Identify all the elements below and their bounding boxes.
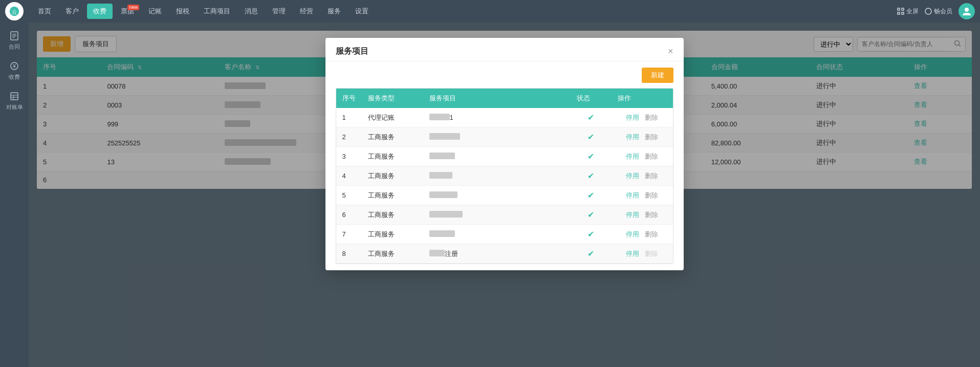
top-nav-right: 全屏 畅会员 [897, 3, 975, 19]
modal-table-row: 1 代理记账 1 ✔ 停用 [336, 108, 673, 127]
stop-button[interactable]: 停用 [626, 211, 639, 219]
stop-button[interactable]: 停用 [626, 191, 639, 199]
modal-col-action: 操作 [612, 89, 673, 108]
nav-message[interactable]: 消息 [238, 4, 264, 19]
nav-settings[interactable]: 设置 [349, 4, 375, 19]
modal-table-row: 4 工商服务 ✔ 停用 [336, 166, 673, 186]
modal-row-action: 停用 删除 [612, 127, 673, 147]
modal-row-type: 工商服务 [362, 147, 423, 166]
modal-title: 服务项目 [336, 46, 368, 57]
modal-row-seq: 8 [336, 244, 362, 264]
nav-tax[interactable]: 报税 [170, 4, 195, 19]
new-badge: new [127, 5, 139, 10]
delete-button[interactable]: 删除 [645, 172, 658, 180]
modal-backdrop[interactable]: 服务项目 × 新建 序号 服务类型 [29, 23, 980, 367]
modal-table-row: 8 工商服务 注册 ✔ 停用 [336, 244, 673, 264]
modal-row-action: 停用 删除 [612, 225, 673, 244]
modal-table-row: 6 工商服务 ✔ 停用 [336, 205, 673, 225]
modal-toolbar: 新建 [336, 68, 673, 83]
stop-button[interactable]: 停用 [626, 133, 639, 141]
member-button[interactable]: 畅会员 [925, 7, 952, 16]
stop-button[interactable]: 停用 [626, 114, 639, 121]
modal-header: 服务项目 × [325, 38, 684, 61]
nav-customer[interactable]: 客户 [59, 4, 85, 19]
modal-row-type: 工商服务 [362, 205, 423, 225]
sidebar: 合同 ¥ 收费 对账单 [0, 23, 29, 367]
stop-button[interactable]: 停用 [626, 250, 639, 257]
modal-row-status: ✔ [571, 244, 612, 264]
avatar[interactable] [959, 3, 975, 19]
sidebar-item-fee[interactable]: ¥ 收费 [1, 57, 28, 85]
modal-row-status: ✔ [571, 205, 612, 225]
nav-service[interactable]: 服务 [321, 4, 347, 19]
modal-row-seq: 5 [336, 186, 362, 205]
sidebar-item-contract-label: 合同 [9, 43, 20, 51]
sidebar-item-statement-label: 对账单 [6, 103, 23, 111]
status-check-icon: ✔ [587, 191, 594, 200]
svg-point-7 [965, 8, 969, 12]
app-logo[interactable]: 云 [5, 2, 24, 20]
main-layout: 合同 ¥ 收费 对账单 新增 服务项目 [0, 23, 980, 367]
modal-row-status: ✔ [571, 166, 612, 186]
modal-col-status: 状态 [571, 89, 612, 108]
sidebar-item-fee-label: 收费 [9, 73, 20, 81]
modal-row-action: 停用 删除 [612, 186, 673, 205]
stop-button[interactable]: 停用 [626, 172, 639, 180]
modal-row-seq: 3 [336, 147, 362, 166]
modal-table-wrap[interactable]: 序号 服务类型 服务项目 状态 操作 1 [336, 88, 673, 264]
modal-row-action: 停用 删除 [612, 205, 673, 225]
svg-point-6 [925, 8, 931, 14]
svg-text:¥: ¥ [12, 63, 16, 69]
svg-rect-5 [902, 12, 904, 14]
delete-button[interactable]: 删除 [645, 114, 658, 121]
modal-row-item [423, 225, 571, 244]
modal-row-item [423, 147, 571, 166]
modal-row-item [423, 186, 571, 205]
top-nav: 云 首页 客户 收费 票据 new 记账 报税 工商项目 消息 管理 经营 服务… [0, 0, 980, 23]
nav-invoice[interactable]: 票据 new [115, 4, 140, 19]
modal-row-action: 停用 删除 [612, 108, 673, 127]
fullscreen-label: 全屏 [906, 7, 919, 16]
modal-close-button[interactable]: × [668, 46, 673, 57]
stop-button[interactable]: 停用 [626, 230, 639, 238]
nav-home[interactable]: 首页 [32, 4, 57, 19]
delete-button[interactable]: 删除 [645, 211, 658, 219]
modal-row-item: 注册 [423, 244, 571, 264]
fullscreen-button[interactable]: 全屏 [897, 7, 919, 16]
status-check-icon: ✔ [587, 171, 594, 180]
delete-button[interactable]: 删除 [645, 230, 658, 238]
status-check-icon: ✔ [587, 133, 594, 141]
delete-button[interactable]: 删除 [645, 191, 658, 199]
sidebar-item-statement[interactable]: 对账单 [1, 87, 28, 115]
content-area: 新增 服务项目 进行中 已结束 全部 [29, 23, 980, 367]
stop-button[interactable]: 停用 [626, 153, 639, 160]
modal-row-action: 停用 删除 [612, 244, 673, 264]
modal-row-status: ✔ [571, 225, 612, 244]
nav-operation[interactable]: 经营 [294, 4, 319, 19]
nav-industry[interactable]: 工商项目 [198, 4, 236, 19]
modal-table-row: 7 工商服务 ✔ 停用 [336, 225, 673, 244]
modal-row-status: ✔ [571, 108, 612, 127]
modal-row-type: 工商服务 [362, 186, 423, 205]
svg-rect-3 [902, 8, 904, 10]
modal-row-seq: 4 [336, 166, 362, 186]
svg-text:云: 云 [12, 9, 17, 15]
nav-fee[interactable]: 收费 [87, 4, 113, 19]
delete-button[interactable]: 删除 [645, 153, 658, 160]
nav-bookkeeping[interactable]: 记账 [142, 4, 168, 19]
sidebar-item-contract[interactable]: 合同 [1, 27, 28, 55]
modal-row-status: ✔ [571, 127, 612, 147]
delete-button[interactable]: 删除 [645, 250, 658, 257]
delete-button[interactable]: 删除 [645, 133, 658, 141]
modal-new-button[interactable]: 新建 [642, 68, 673, 83]
svg-rect-4 [898, 12, 900, 14]
service-item-modal: 服务项目 × 新建 序号 服务类型 [325, 38, 684, 270]
modal-row-action: 停用 删除 [612, 147, 673, 166]
nav-manage[interactable]: 管理 [266, 4, 292, 19]
status-check-icon: ✔ [587, 230, 594, 239]
modal-col-item: 服务项目 [423, 89, 571, 108]
modal-row-type: 工商服务 [362, 166, 423, 186]
modal-row-type: 工商服务 [362, 225, 423, 244]
modal-table: 序号 服务类型 服务项目 状态 操作 1 [336, 89, 673, 264]
modal-col-type: 服务类型 [362, 89, 423, 108]
